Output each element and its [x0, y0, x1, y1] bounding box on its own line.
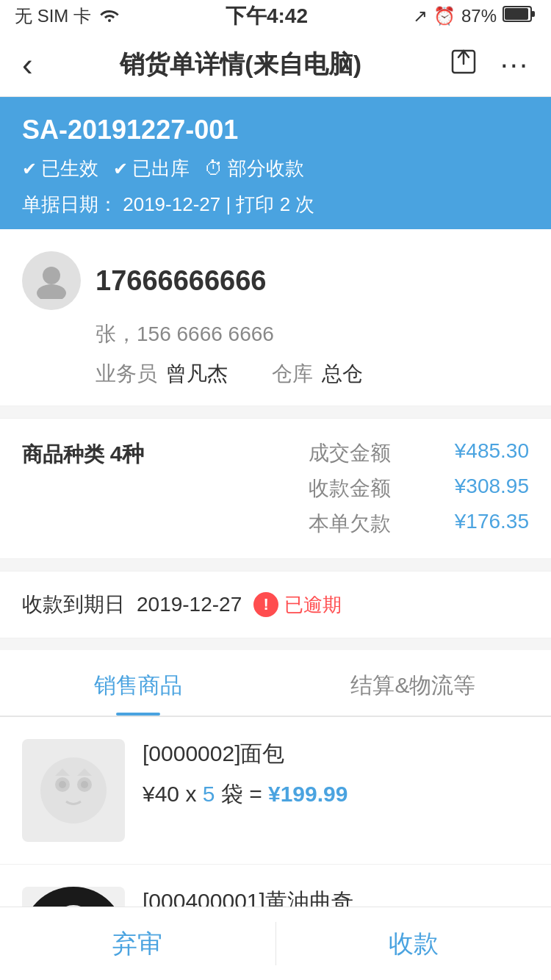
tabs-section: 销售商品 结算&物流等: [0, 650, 551, 717]
cancel-button[interactable]: 弃审: [0, 907, 276, 980]
wifi-icon: [98, 6, 120, 26]
battery-percent: 87%: [461, 6, 497, 26]
debt-row: 本单欠款 ¥176.35: [309, 510, 529, 538]
svg-point-6: [40, 757, 107, 824]
overdue-icon: !: [253, 592, 278, 617]
badge-partial: ⏱ 部分收款: [204, 156, 304, 181]
order-id: SA-20191227-001: [22, 115, 529, 145]
customer-section: 17666666666 张，156 6666 6666 业务员 曾凡杰 仓库 总…: [0, 229, 551, 406]
status-time: 下午4:42: [226, 2, 308, 30]
tab-settlement[interactable]: 结算&物流等: [276, 650, 551, 716]
status-left: 无 SIM 卡: [15, 4, 120, 28]
overdue-text: 已逾期: [284, 592, 342, 618]
nav-actions: ···: [449, 47, 529, 82]
overdue-badge: ! 已逾期: [253, 592, 342, 618]
badge-shipped: 已出库: [113, 156, 190, 181]
product-name-1: [0000002]面包: [143, 739, 529, 769]
due-section: 收款到期日 2019-12-27 ! 已逾期: [0, 571, 551, 638]
tab-sales-products[interactable]: 销售商品: [0, 650, 276, 716]
stats-right: 成交金额 ¥485.30 收款金额 ¥308.95 本单欠款 ¥176.35: [309, 439, 529, 538]
svg-rect-1: [531, 11, 535, 17]
thumb-placeholder-1: [22, 739, 125, 842]
svg-point-5: [37, 284, 66, 299]
due-label: 收款到期日: [22, 591, 125, 619]
clock-icon: ⏱: [204, 157, 223, 180]
page-title: 销货单详情(来自电脑): [120, 48, 361, 82]
nav-bar: ‹ 销货单详情(来自电脑) ···: [0, 32, 551, 97]
header-badges: 已生效 已出库 ⏱ 部分收款: [22, 156, 529, 181]
receipt-row: 收款金额 ¥308.95: [309, 475, 529, 502]
sales-meta: 业务员 曾凡杰: [96, 360, 228, 388]
customer-name: 张，156 6666 6666: [22, 320, 529, 348]
product-info-1: [0000002]面包 ¥40 x 5 袋 = ¥199.99: [143, 739, 529, 842]
status-bar: 无 SIM 卡 下午4:42 ↗ ⏰ 87%: [0, 0, 551, 32]
avatar: [22, 251, 81, 310]
alarm-icon: ⏰: [433, 6, 455, 26]
svg-point-10: [81, 781, 88, 788]
stats-left: 商品种类 4种: [22, 439, 144, 469]
bottom-bar: 弃审 收款: [0, 907, 551, 980]
status-right: ↗ ⏰ 87%: [413, 5, 536, 27]
warehouse-meta: 仓库 总仓: [272, 360, 363, 388]
battery-icon: [503, 5, 536, 27]
confirm-button[interactable]: 收款: [276, 907, 552, 980]
svg-rect-2: [505, 8, 528, 20]
customer-meta: 业务员 曾凡杰 仓库 总仓: [22, 360, 529, 388]
back-button[interactable]: ‹: [22, 48, 33, 81]
check-icon: [22, 157, 37, 180]
customer-phone: 17666666666: [96, 265, 266, 297]
stats-section: 商品种类 4种 成交金额 ¥485.30 收款金额 ¥308.95 本单欠款 ¥…: [0, 418, 551, 559]
header-date: 单据日期： 2019-12-27 | 打印 2 次: [22, 192, 529, 217]
location-icon: ↗: [413, 6, 428, 26]
more-icon[interactable]: ···: [500, 48, 529, 81]
sim-status: 无 SIM 卡: [15, 4, 91, 28]
header-banner: SA-20191227-001 已生效 已出库 ⏱ 部分收款 单据日期： 201…: [0, 97, 551, 229]
badge-active: 已生效: [22, 156, 98, 181]
product-price-1: ¥40 x 5 袋 = ¥199.99: [143, 779, 529, 810]
due-date: 2019-12-27: [137, 593, 242, 616]
product-item: [0000002]面包 ¥40 x 5 袋 = ¥199.99: [0, 717, 551, 865]
product-thumb-1: [22, 739, 125, 842]
customer-row: 17666666666: [22, 251, 529, 310]
share-icon[interactable]: [449, 47, 478, 82]
product-types: 商品种类 4种: [22, 439, 144, 469]
deal-row: 成交金额 ¥485.30: [309, 439, 529, 467]
svg-point-9: [59, 781, 66, 788]
svg-point-4: [43, 267, 60, 284]
check-icon-2: [113, 157, 128, 180]
